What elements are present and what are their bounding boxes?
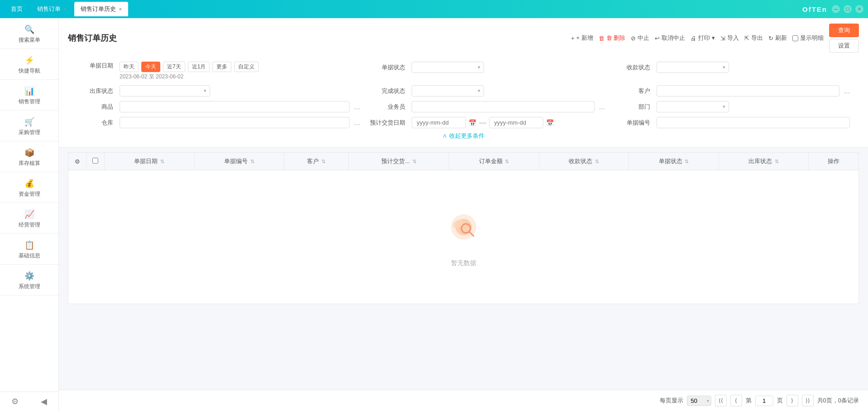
date-today-btn[interactable]: 今天 [141, 62, 160, 72]
th-bill-date[interactable]: 单据日期 ⇅ [105, 153, 195, 170]
tab-home-label: 首页 [11, 5, 23, 13]
cancel-stop-icon: ↩ [655, 35, 660, 42]
sidebar-item-quick-nav[interactable]: ⚡ 快捷导航 [0, 49, 58, 80]
sidebar-item-basic-info[interactable]: 📋 基础信息 [0, 234, 58, 265]
sidebar-bottom: ⚙ ◀ [0, 392, 58, 411]
export-button[interactable]: ⇱ 导出 [744, 34, 763, 42]
sort-order-amount-icon: ⇅ [505, 159, 509, 164]
tab-sales-order-history-close[interactable]: × [119, 6, 121, 12]
th-order-amount[interactable]: 订单金额 ⇅ [449, 153, 539, 170]
salesperson-dots[interactable]: ... [599, 103, 605, 111]
customer-dots[interactable]: ... [844, 87, 850, 95]
th-customer[interactable]: 客户 ⇅ [284, 153, 349, 170]
sidebar-item-inventory-calc[interactable]: 📦 库存核算 [0, 141, 58, 172]
date-filter-controls: 昨天 今天 近7天 近1月 更多 自定义 2023-06-02 至 2023-0… [120, 62, 259, 81]
tab-home[interactable]: 首页 [5, 2, 29, 16]
window-controls: ─ □ × [832, 5, 863, 13]
delivery-date-to-input[interactable] [489, 117, 543, 128]
sidebar-settings-icon[interactable]: ⚙ [11, 396, 19, 406]
dept-select[interactable] [657, 101, 729, 112]
page-header: 销售订单历史 + + 新增 🗑 🗑 删除 ⊘ 中止 ↩ [59, 18, 868, 148]
th-bill-no-label: 单据编号 [224, 158, 248, 164]
table-header: ⚙ 单据日期 ⇅ 单据编号 ⇅ 客户 [68, 153, 859, 170]
delivery-date-from-calendar-icon[interactable]: 📅 [469, 119, 476, 126]
select-all-checkbox[interactable] [92, 158, 98, 164]
minimize-button[interactable]: ─ [832, 5, 840, 13]
empty-state-cell: 暂无数据 [68, 170, 859, 304]
goods-input[interactable] [120, 101, 350, 112]
sidebar-item-sales-mgmt[interactable]: 📊 销售管理 [0, 80, 58, 111]
sidebar-item-sys-mgmt[interactable]: ⚙️ 系统管理 [0, 265, 58, 295]
warehouse-dots[interactable]: ... [354, 119, 360, 127]
delivery-date-range: 📅 — 📅 [412, 117, 554, 128]
tab-sales-order-close[interactable]: × [63, 6, 66, 12]
close-button[interactable]: × [855, 5, 863, 13]
payment-status-select[interactable] [657, 62, 729, 73]
th-bill-no[interactable]: 单据编号 ⇅ [194, 153, 284, 170]
th-delivery-status[interactable]: 出库状态 ⇅ [719, 153, 809, 170]
complete-status-group: 完成状态 ▾ [369, 85, 605, 97]
date-7days-btn[interactable]: 近7天 [163, 62, 185, 72]
sidebar-item-ops-mgmt[interactable]: 📈 经营管理 [0, 203, 58, 234]
cancel-stop-button[interactable]: ↩ 取消中止 [655, 34, 685, 42]
goods-dots[interactable]: ... [354, 103, 360, 111]
bill-status-select[interactable] [412, 62, 484, 73]
date-1month-btn[interactable]: 近1月 [188, 62, 210, 72]
content-area: 销售订单历史 + + 新增 🗑 🗑 删除 ⊘ 中止 ↩ [59, 18, 868, 411]
th-settings[interactable]: ⚙ [68, 153, 86, 170]
date-custom-btn[interactable]: 自定义 [234, 62, 259, 72]
pagination-bar: 每页显示 50 100 200 ▾ ⟨⟨ ⟨ 第 页 ⟩ ⟩⟩ 共0页，0条记录 [59, 390, 868, 411]
data-table: ⚙ 单据日期 ⇅ 单据编号 ⇅ 客户 [68, 152, 859, 304]
new-button[interactable]: + + 新增 [571, 34, 593, 42]
sort-delivery-date-icon: ⇅ [412, 159, 417, 164]
next-page-button[interactable]: ⟩ [786, 395, 798, 406]
first-page-button[interactable]: ⟨⟨ [715, 395, 727, 406]
customer-input[interactable] [657, 85, 839, 97]
refresh-button[interactable]: ↻ 刷新 [768, 34, 787, 42]
th-delivery-date[interactable]: 预计交货... ⇅ [349, 153, 449, 170]
delivery-date-to-calendar-icon[interactable]: 📅 [546, 119, 554, 126]
sidebar-item-purchase-mgmt[interactable]: 🛒 采购管理 [0, 111, 58, 141]
display-detail-checkbox-label[interactable]: 显示明细 [792, 34, 824, 42]
sort-payment-status-icon: ⇅ [595, 159, 599, 164]
delete-button[interactable]: 🗑 🗑 删除 [599, 34, 626, 42]
query-button[interactable]: 查询 [829, 24, 859, 37]
th-bill-status[interactable]: 单据状态 ⇅ [629, 153, 719, 170]
empty-state: 暂无数据 [68, 170, 858, 304]
per-page-label: 每页显示 [660, 396, 683, 405]
delivery-date-from-input[interactable] [412, 117, 466, 128]
th-bill-status-label: 单据状态 [659, 158, 682, 164]
sidebar-item-finance-mgmt[interactable]: 💰 资金管理 [0, 172, 58, 203]
sidebar-item-search-menu[interactable]: 🔍 搜索菜单 [0, 18, 58, 49]
th-operation: 操作 [809, 153, 859, 170]
salesperson-input[interactable] [412, 101, 595, 112]
sales-mgmt-icon: 📊 [24, 86, 34, 96]
th-customer-label: 客户 [307, 158, 319, 164]
page-number-input[interactable] [755, 396, 773, 406]
page-header-top: 销售订单历史 + + 新增 🗑 🗑 删除 ⊘ 中止 ↩ [68, 24, 859, 53]
date-yesterday-btn[interactable]: 昨天 [120, 62, 139, 72]
prev-page-button[interactable]: ⟨ [730, 395, 742, 406]
warehouse-input[interactable] [120, 117, 350, 128]
collapse-conditions-button[interactable]: ∧ 收起更多条件 [77, 130, 850, 142]
maximize-button[interactable]: □ [844, 5, 852, 13]
last-page-button[interactable]: ⟩⟩ [802, 395, 814, 406]
display-detail-checkbox[interactable] [792, 35, 798, 41]
date-more-btn[interactable]: 更多 [212, 62, 231, 72]
stop-button[interactable]: ⊘ 中止 [631, 34, 649, 42]
per-page-select[interactable]: 50 100 200 [687, 396, 711, 406]
th-payment-status[interactable]: 收款状态 ⇅ [539, 153, 629, 170]
bill-no-input[interactable] [657, 117, 850, 128]
sidebar-collapse-icon[interactable]: ◀ [41, 396, 47, 406]
complete-status-select[interactable] [412, 85, 484, 97]
customer-label: 客户 [614, 87, 650, 95]
th-operation-label: 操作 [828, 158, 839, 164]
tab-sales-order[interactable]: 销售订单 × [31, 2, 72, 16]
sidebar-item-label-search-menu: 搜索菜单 [19, 36, 40, 44]
import-button[interactable]: ⇲ 导入 [720, 34, 739, 42]
setting-button[interactable]: 设置 [829, 39, 859, 53]
print-button[interactable]: 🖨 打印 ▾ [691, 34, 715, 42]
tab-sales-order-history[interactable]: 销售订单历史 × [74, 2, 128, 16]
delivery-status-select[interactable] [120, 85, 210, 97]
th-checkbox[interactable] [86, 153, 105, 170]
